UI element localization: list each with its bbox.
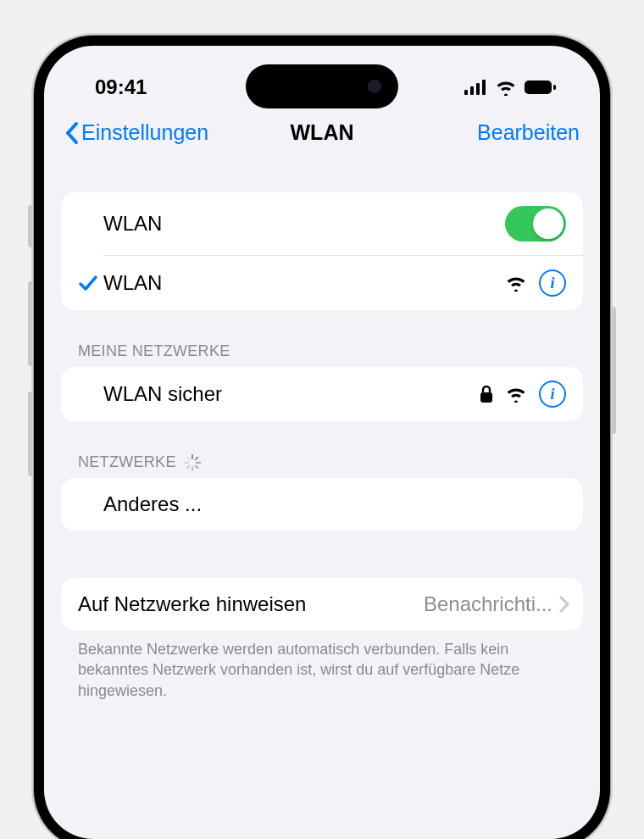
power-button [612,307,616,434]
back-label: Einstellungen [81,120,208,145]
other-networks-card: Anderes ... [61,478,583,531]
dynamic-island [246,64,398,108]
spinner-icon [183,454,200,471]
nav-bar: Einstellungen WLAN Bearbeiten [44,105,600,152]
svg-rect-1 [470,86,474,95]
networks-header: NETZWERKE [61,453,583,478]
edit-button[interactable]: Bearbeiten [477,120,580,145]
wifi-icon [495,79,517,96]
wlan-toggle-card: WLAN WLAN i [61,192,583,310]
network-row[interactable]: WLAN sicher i [61,367,583,421]
svg-rect-4 [525,81,552,94]
phone-frame: 09:41 Einstellungen WLAN Bearbeiten WLAN [34,36,610,839]
wlan-toggle[interactable] [505,206,566,242]
battery-icon [524,80,556,95]
my-networks-header: MEINE NETZWERKE [61,342,583,367]
status-time: 09:41 [78,75,147,99]
wifi-signal-icon [505,386,527,403]
ask-to-join-row[interactable]: Auf Netzwerke hinweisen Benachrichti... [61,578,583,631]
networks-header-label: NETZWERKE [78,453,176,471]
cellular-icon [464,80,488,95]
other-network-label: Anderes ... [78,492,566,516]
page-title: WLAN [291,120,354,145]
svg-rect-6 [480,392,492,403]
lock-icon [480,385,493,403]
svg-rect-5 [553,85,556,90]
svg-rect-3 [482,80,486,95]
info-button[interactable]: i [539,381,566,408]
ask-to-join-footer: Bekannte Netzwerke werden automatisch ve… [61,631,583,701]
ask-to-join-card: Auf Netzwerke hinweisen Benachrichti... [61,578,583,631]
svg-rect-0 [464,90,468,95]
status-icons [464,79,566,96]
network-name: WLAN sicher [78,382,480,406]
connected-network-name: WLAN [103,271,505,295]
other-network-row[interactable]: Anderes ... [61,478,583,531]
back-button[interactable]: Einstellungen [64,120,208,145]
checkmark-icon [78,274,98,292]
chevron-left-icon [64,121,80,145]
info-button[interactable]: i [539,269,566,297]
screen: 09:41 Einstellungen WLAN Bearbeiten WLAN [44,46,600,839]
wlan-toggle-row: WLAN [61,192,583,255]
wlan-toggle-label: WLAN [78,212,505,236]
my-networks-card: WLAN sicher i [61,367,583,421]
connected-network-row[interactable]: WLAN i [61,256,583,310]
chevron-right-icon [559,596,569,613]
svg-rect-2 [476,83,480,95]
ask-to-join-value: Benachrichti... [424,592,552,616]
ask-to-join-label: Auf Netzwerke hinweisen [78,592,424,616]
wifi-signal-icon [505,275,527,292]
